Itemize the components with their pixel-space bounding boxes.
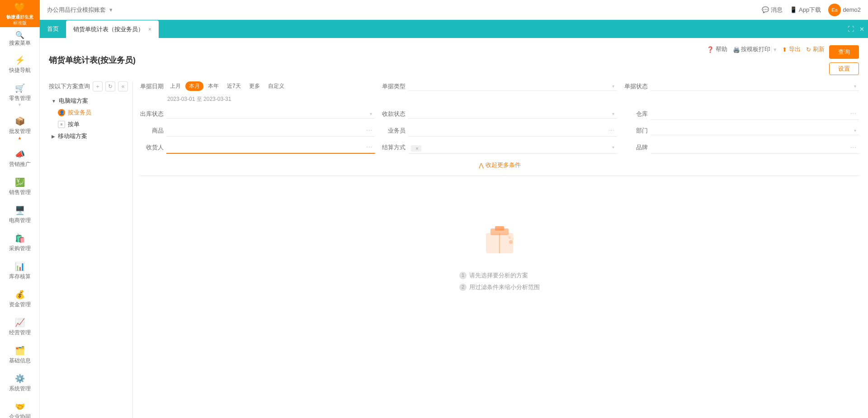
main-area: 办公用品行业模拟账套 ▾ 💬 消息 📱 App下载 Ea demo2 首页 [40, 0, 868, 418]
retail-expand-icon: ▼ [18, 102, 22, 107]
dept-select[interactable]: ▾ [651, 126, 859, 135]
operations-icon: 📈 [15, 318, 25, 328]
consignee-input[interactable]: ··· [166, 141, 375, 154]
purchase-icon: 🛍️ [15, 233, 25, 243]
date-label: 单据日期 [140, 82, 164, 90]
left-panel-header: 按以下方案查询 ＋ ↻ « [49, 81, 129, 91]
topbar-left: 办公用品行业模拟账套 ▾ [47, 6, 113, 14]
date-filter-bar: 上月 本月 本年 近7天 更多 自定义 [166, 81, 375, 91]
consignee-dots: ··· [366, 143, 372, 151]
topbar-dropdown-icon[interactable]: ▾ [109, 6, 113, 13]
sidebar-item-finance[interactable]: 💰 资金管理 [0, 285, 39, 313]
tab-home[interactable]: 首页 [40, 20, 66, 38]
print-arrow-icon[interactable]: ▾ [771, 46, 777, 53]
tab-close-icon[interactable]: × [148, 26, 151, 33]
doctype-select[interactable]: ▾ [408, 82, 617, 91]
tab-close-window-btn[interactable]: ✕ [859, 26, 864, 33]
sidebar-item-search[interactable]: 🔍 搜索菜单 [0, 27, 39, 51]
filter-receivestatus-field: 收款状态 ▾ [382, 109, 617, 119]
settle-tag-close[interactable]: × [415, 146, 418, 151]
collapse-filter-btn[interactable]: ⋀ 收起更多条件 [140, 158, 859, 172]
settings-button[interactable]: 设置 [829, 62, 859, 75]
receivestatus-select[interactable]: ▾ [408, 109, 617, 119]
sidebar-item-shortcut[interactable]: ⚡ 快捷导航 [0, 51, 39, 79]
print-label: 按模板打印 [741, 45, 770, 53]
app-download-btn[interactable]: 📱 App下载 [790, 6, 821, 14]
page-title: 销货单统计表(按业务员) [49, 55, 136, 66]
collapse-up-icon: ⋀ [479, 162, 484, 169]
sidebar-item-cooperation-label: 企业协同 [9, 413, 31, 418]
user-avatar-btn[interactable]: Ea demo2 [828, 4, 861, 16]
sidebar-item-retail[interactable]: 🛒 零售管理 ▼ [0, 79, 39, 112]
svg-point-6 [512, 238, 514, 240]
docstatus-select[interactable]: ▾ [651, 82, 859, 91]
filter-consignee-field: 收货人 ··· [140, 141, 375, 154]
outstatus-chevron: ▾ [370, 111, 372, 116]
outstatus-select[interactable]: ▾ [166, 109, 375, 119]
help-btn[interactable]: ❓ 帮助 [707, 45, 727, 53]
sidebar-item-operations[interactable]: 📈 经营管理 [0, 313, 39, 341]
add-scheme-btn[interactable]: ＋ [93, 81, 103, 91]
logo-line2: 标准版 [13, 20, 27, 26]
tab-sales-stat[interactable]: 销货单统计表（按业务员） × [66, 20, 159, 38]
warehouse-input[interactable]: ··· [651, 108, 859, 120]
filter-date-field: 单据日期 上月 本月 本年 近7天 更多 自定义 [140, 81, 375, 91]
date-btn-more[interactable]: 更多 [245, 81, 264, 91]
print-btn[interactable]: 🖨️ 按模板打印 ▾ [733, 45, 777, 53]
page-title-row: 销货单统计表(按业务员) ❓ 帮助 🖨️ 按模板打印 ▾ ⬆ 导出 [49, 45, 859, 75]
consignee-label: 收货人 [140, 143, 164, 152]
help-label: 帮助 [716, 45, 727, 53]
tree-leaf-bystaff[interactable]: 👤 按业务员 [49, 107, 129, 119]
sidebar-item-ecommerce[interactable]: 🖥️ 电商管理 [0, 201, 39, 229]
tab-maximize-btn[interactable]: ⛶ [848, 25, 854, 33]
refresh-btn[interactable]: ↻ 刷新 [806, 45, 825, 53]
date-btn-7days[interactable]: 近7天 [223, 81, 245, 91]
ecommerce-icon: 🖥️ [15, 205, 25, 215]
filter-dept-field: 部门 ▾ [624, 126, 859, 135]
inventory-icon: 📊 [15, 261, 25, 271]
date-btn-thismonth[interactable]: 本月 [185, 81, 203, 91]
dept-label: 部门 [624, 127, 648, 135]
wholesale-expand-icon: ▲ [18, 135, 22, 140]
settle-select[interactable]: × ▾ [408, 141, 617, 154]
date-range-text: 2023-03-01 至 2023-03-31 [167, 95, 231, 103]
warehouse-label: 仓库 [624, 110, 648, 118]
date-btn-lastmonth[interactable]: 上月 [166, 81, 184, 91]
doctype-chevron: ▾ [612, 84, 614, 89]
refresh-scheme-btn[interactable]: ↻ [105, 81, 115, 91]
sidebar-item-marketing[interactable]: 📣 营销推广 [0, 145, 39, 173]
sidebar-item-sales[interactable]: 💹 销售管理 [0, 173, 39, 201]
outstatus-label: 出库状态 [140, 110, 164, 118]
sidebar-item-system[interactable]: ⚙️ 系统管理 [0, 369, 39, 397]
brand-input[interactable]: ··· [651, 142, 859, 154]
sidebar-item-purchase[interactable]: 🛍️ 采购管理 [0, 229, 39, 257]
wholesale-icon: 📦 [15, 116, 25, 126]
empty-illustration [477, 217, 522, 262]
staff-input[interactable]: ··· [408, 124, 617, 137]
tab-home-label: 首页 [47, 25, 59, 33]
query-button[interactable]: 查询 [829, 45, 859, 59]
search-icon: 🔍 [15, 31, 24, 39]
app-download-label: App下载 [799, 6, 821, 14]
left-panel: 按以下方案查询 ＋ ↻ « ▼ 电脑端方案 👤 按业务员 [49, 81, 133, 418]
tree-leaf-byorder[interactable]: ≡ 按单 [49, 119, 129, 130]
settle-chevron: ▾ [612, 145, 614, 150]
sidebar-item-cooperation[interactable]: 🤝 企业协同 [0, 397, 39, 418]
date-btn-thisyear[interactable]: 本年 [204, 81, 222, 91]
maximize-icon: ⛶ [848, 25, 854, 33]
basic-icon: 🗂️ [15, 346, 25, 356]
sidebar-item-inventory[interactable]: 📊 库存核算 [0, 257, 39, 285]
settle-tag: × [411, 145, 421, 152]
export-btn[interactable]: ⬆ 导出 [782, 45, 801, 53]
tree-group-pc[interactable]: ▼ 电脑端方案 [49, 95, 129, 107]
collapse-panel-btn[interactable]: « [118, 81, 128, 91]
sidebar-item-basic[interactable]: 🗂️ 基础信息 [0, 341, 39, 369]
sidebar-item-wholesale[interactable]: 📦 批发管理 ▲ [0, 112, 39, 145]
shortcut-icon: ⚡ [15, 55, 25, 65]
message-btn[interactable]: 💬 消息 [762, 6, 783, 14]
tree-group-mobile[interactable]: ▶ 移动端方案 [49, 130, 129, 142]
goods-input[interactable]: ··· [166, 124, 375, 137]
date-btn-custom[interactable]: 自定义 [264, 81, 288, 91]
sales-icon: 💹 [15, 177, 25, 187]
topbar-right: 💬 消息 📱 App下载 Ea demo2 [762, 4, 861, 16]
